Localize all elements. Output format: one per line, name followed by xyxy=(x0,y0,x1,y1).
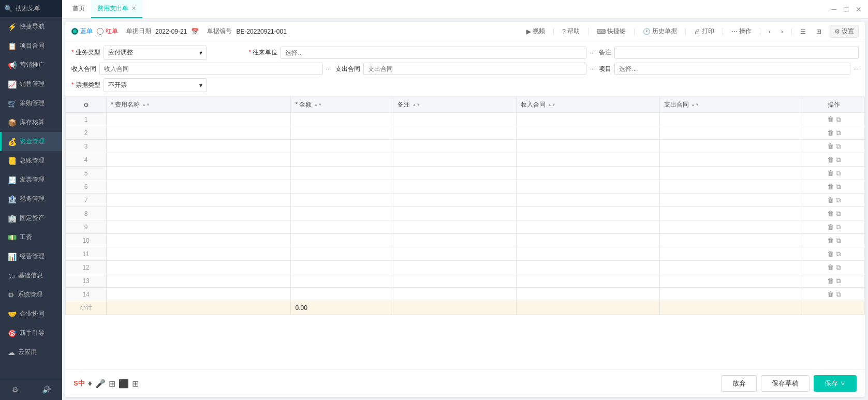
table-cell[interactable] xyxy=(291,220,393,234)
income-contract-input[interactable] xyxy=(99,63,323,75)
table-cell[interactable] xyxy=(291,207,393,220)
table-cell[interactable] xyxy=(393,288,517,301)
table-cell[interactable] xyxy=(393,274,517,288)
table-cell[interactable] xyxy=(660,274,803,288)
grid-icon[interactable]: ⊞ xyxy=(132,379,139,389)
table-cell[interactable] xyxy=(516,234,659,247)
table-cell[interactable] xyxy=(516,126,659,140)
table-cell[interactable] xyxy=(291,113,393,126)
sidebar-item-inventory[interactable]: 📦 库存核算 xyxy=(0,113,62,132)
diamond-icon[interactable]: ♦ xyxy=(88,379,92,388)
delete-row-btn[interactable]: 🗑 xyxy=(827,156,834,164)
table-cell[interactable] xyxy=(291,167,393,180)
help-btn[interactable]: ? 帮助 xyxy=(560,26,582,37)
print-btn[interactable]: 🖨 打印 xyxy=(692,26,716,37)
table-cell[interactable] xyxy=(516,140,659,153)
table-cell[interactable] xyxy=(660,167,803,180)
delete-row-btn[interactable]: 🗑 xyxy=(827,115,834,123)
radio-red-label[interactable]: 红单 xyxy=(97,27,118,36)
table-cell[interactable] xyxy=(393,180,517,194)
sidebar-item-capital-mgmt[interactable]: 💰 资金管理 xyxy=(0,132,62,151)
table-cell[interactable] xyxy=(660,220,803,234)
copy-row-btn[interactable]: ⧉ xyxy=(836,129,841,137)
delete-row-btn[interactable]: 🗑 xyxy=(827,277,834,285)
copy-row-btn[interactable]: ⧉ xyxy=(836,263,841,272)
table-cell[interactable] xyxy=(291,153,393,167)
table-cell[interactable] xyxy=(516,167,659,180)
table-cell[interactable] xyxy=(393,194,517,207)
table-cell[interactable] xyxy=(393,167,517,180)
table-cell[interactable] xyxy=(107,194,291,207)
delete-row-btn[interactable]: 🗑 xyxy=(827,183,834,190)
table-cell[interactable] xyxy=(107,153,291,167)
table-cell[interactable] xyxy=(393,140,517,153)
table-cell[interactable] xyxy=(291,126,393,140)
table-cell[interactable] xyxy=(291,180,393,194)
grid-view-btn[interactable]: ⊞ xyxy=(814,27,823,36)
table-cell[interactable] xyxy=(516,207,659,220)
table-cell[interactable] xyxy=(291,274,393,288)
copy-row-btn[interactable]: ⧉ xyxy=(836,210,841,218)
table-cell[interactable] xyxy=(107,180,291,194)
table-cell[interactable] xyxy=(660,180,803,194)
more-ops-btn[interactable]: ⋯ 操作 xyxy=(729,26,754,37)
save-draft-button[interactable]: 保存草稿 xyxy=(761,375,810,392)
sort-icon-amount[interactable]: ▲▼ xyxy=(314,103,322,107)
sidebar-item-invoice-mgmt[interactable]: 🧾 发票管理 xyxy=(0,170,62,189)
delete-row-btn[interactable]: 🗑 xyxy=(827,169,834,177)
table-cell[interactable] xyxy=(660,140,803,153)
sidebar-item-biz-collab[interactable]: 🤝 企业协同 xyxy=(0,304,62,323)
copy-row-btn[interactable]: ⧉ xyxy=(836,156,841,164)
counterpart-more-btn[interactable]: ··· xyxy=(590,49,595,56)
table-cell[interactable] xyxy=(107,140,291,153)
delete-row-btn[interactable]: 🗑 xyxy=(827,250,834,258)
table-cell[interactable] xyxy=(107,207,291,220)
save-button[interactable]: 保存 ∨ xyxy=(814,375,857,392)
copy-row-btn[interactable]: ⧉ xyxy=(836,223,841,231)
history-btn[interactable]: 🕐 历史单据 xyxy=(641,26,679,37)
sort-icon-note[interactable]: ▲▼ xyxy=(412,103,420,107)
table-cell[interactable] xyxy=(516,194,659,207)
table-cell[interactable] xyxy=(393,126,517,140)
table-cell[interactable] xyxy=(516,153,659,167)
table-cell[interactable] xyxy=(660,261,803,274)
radio-blue-input[interactable] xyxy=(71,28,78,35)
sound-bottom-btn[interactable]: 🔊 xyxy=(40,383,53,396)
table-cell[interactable] xyxy=(107,274,291,288)
copy-row-btn[interactable]: ⧉ xyxy=(836,142,841,151)
copy-row-btn[interactable]: ⧉ xyxy=(836,169,841,177)
sort-icon-expense[interactable]: ▲▼ xyxy=(691,103,699,107)
table-cell[interactable] xyxy=(107,261,291,274)
table-cell[interactable] xyxy=(393,247,517,261)
delete-row-btn[interactable]: 🗑 xyxy=(827,129,834,137)
close-button[interactable]: ✕ xyxy=(854,4,864,14)
table-cell[interactable] xyxy=(516,180,659,194)
table-cell[interactable] xyxy=(393,261,517,274)
sidebar-item-quick-nav[interactable]: ⚡ 快捷导航 xyxy=(0,17,62,36)
sort-icon-name[interactable]: ▲▼ xyxy=(142,103,150,107)
sidebar-item-payroll[interactable]: 💵 工资 xyxy=(0,228,62,247)
video-btn[interactable]: ▶ 视频 xyxy=(524,26,547,37)
radio-blue-label[interactable]: 蓝单 xyxy=(71,27,93,36)
table-cell[interactable] xyxy=(516,274,659,288)
table-cell[interactable] xyxy=(107,247,291,261)
sidebar-item-purchase-mgmt[interactable]: 🛒 采购管理 xyxy=(0,94,62,113)
table-cell[interactable] xyxy=(107,113,291,126)
minimize-button[interactable]: ─ xyxy=(830,4,839,14)
delete-row-btn[interactable]: 🗑 xyxy=(827,142,834,150)
nav-next-btn[interactable]: › xyxy=(779,27,785,36)
project-input[interactable] xyxy=(614,63,850,75)
nav-prev-btn[interactable]: ‹ xyxy=(767,27,773,36)
delete-row-btn[interactable]: 🗑 xyxy=(827,223,834,231)
table-cell[interactable] xyxy=(516,261,659,274)
sidebar-item-sales-promo[interactable]: 📢 营销推广 xyxy=(0,55,62,75)
sort-icon-income[interactable]: ▲▼ xyxy=(548,103,556,107)
delete-row-btn[interactable]: 🗑 xyxy=(827,210,834,217)
sidebar-item-sys-mgmt[interactable]: ⚙ 系统管理 xyxy=(0,285,62,304)
abandon-button[interactable]: 放弃 xyxy=(722,375,757,392)
table-cell[interactable] xyxy=(291,140,393,153)
block-icon[interactable]: ⬛ xyxy=(119,379,129,389)
table-cell[interactable] xyxy=(107,234,291,247)
table-cell[interactable] xyxy=(291,261,393,274)
sidebar-item-ledger-mgmt[interactable]: 📒 总账管理 xyxy=(0,151,62,170)
